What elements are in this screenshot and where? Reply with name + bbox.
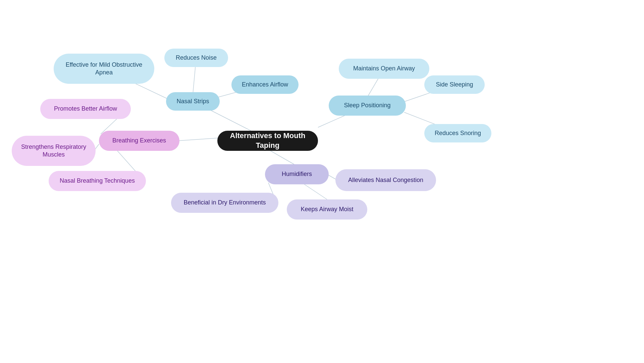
svg-line-12 <box>268 149 297 166</box>
nasal-breathing-node: Nasal Breathing Techniques <box>49 171 146 191</box>
strengthens-respiratory-node: Strengthens Respiratory Muscles <box>12 136 96 166</box>
reduces-snoring-node: Reduces Snoring <box>424 124 491 142</box>
promotes-better-airflow-node: Promotes Better Airflow <box>40 99 131 119</box>
center-node: Alternatives to Mouth Taping <box>217 131 318 151</box>
reduces-noise-node: Reduces Noise <box>164 49 228 67</box>
humidifiers-node: Humidifiers <box>265 164 329 184</box>
maintains-open-airway-node: Maintains Open Airway <box>339 59 429 79</box>
alleviates-nasal-node: Alleviates Nasal Congestion <box>335 169 436 191</box>
effective-mild-node: Effective for Mild Obstructive Apnea <box>54 54 154 84</box>
keeps-airway-moist-node: Keeps Airway Moist <box>287 199 367 220</box>
enhances-airflow-node: Enhances Airflow <box>231 75 299 94</box>
side-sleeping-node: Side Sleeping <box>424 75 485 94</box>
sleep-positioning-node: Sleep Positioning <box>329 96 406 116</box>
beneficial-dry-node: Beneficial in Dry Environments <box>171 193 278 213</box>
svg-line-15 <box>302 183 327 199</box>
nasal-strips-node: Nasal Strips <box>166 92 220 111</box>
breathing-exercises-node: Breathing Exercises <box>99 131 179 151</box>
